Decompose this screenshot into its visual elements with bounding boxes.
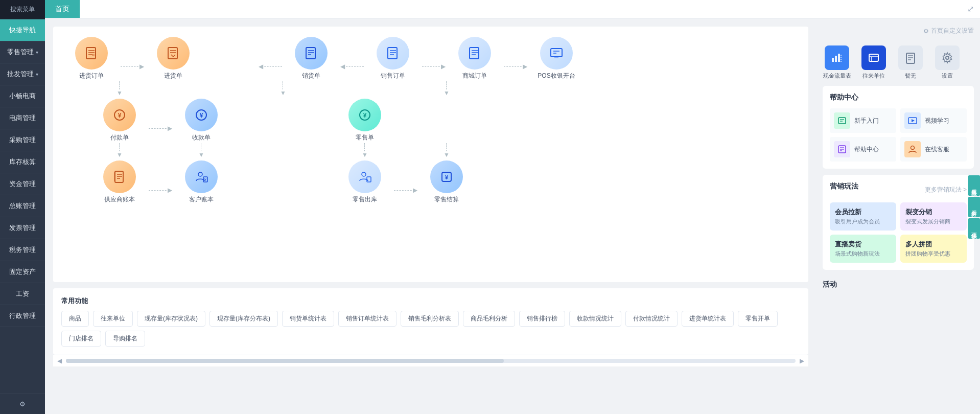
payment-icon: ¥ — [103, 99, 136, 131]
marketing-item-live[interactable]: 直播卖货 场景式购物新玩法 — [830, 235, 896, 263]
func-btn-purchase-stats[interactable]: 进货单统计表 — [682, 311, 734, 327]
help-item-video[interactable]: 视频学习 — [900, 108, 967, 133]
marketing-grid: 会员拉新 吸引用户成为会员 裂变分销 裂变式发展分销商 直播卖货 场景式购物新玩… — [830, 202, 967, 263]
counterparty-label: 往来单位 — [862, 72, 885, 80]
group-title: 多人拼团 — [905, 240, 962, 249]
marketing-item-group[interactable]: 多人拼团 拼团购物享受优惠 — [900, 235, 967, 263]
svg-rect-41 — [832, 58, 834, 62]
sidebar-item-admin[interactable]: 行政管理 — [0, 305, 45, 327]
sidebar-item-ledger[interactable]: 总账管理 — [0, 195, 45, 217]
sidebar-search[interactable]: 搜索菜单 — [0, 0, 45, 19]
sidebar-item-assets[interactable]: 固定资产 — [0, 261, 45, 283]
sidebar-item-quick-nav[interactable]: 快捷导航 — [0, 19, 45, 41]
help-item-online-cs[interactable]: 在线客服 — [900, 137, 967, 162]
quick-nav-counterparty[interactable]: 往来单位 — [859, 45, 888, 80]
marketing-item-member[interactable]: 会员拉新 吸引用户成为会员 — [830, 202, 896, 231]
svg-text:¥: ¥ — [204, 178, 206, 181]
arrow-6-7: ▶ — [503, 63, 528, 80]
sidebar-settings[interactable]: ⚙ — [0, 394, 45, 414]
customize-link[interactable]: ⚙ 首页自定义设置 — [923, 27, 974, 35]
flow-node-pos[interactable]: POS收银开台 — [528, 37, 585, 80]
flow-node-purchase-order[interactable]: 进货订单 — [63, 37, 120, 80]
flow-node-payment[interactable]: ¥ 付款单 — [91, 99, 148, 142]
flow-node-mall-order[interactable]: 商城订单 — [447, 37, 503, 80]
flow-node-retail[interactable]: ¥ 零售单 — [337, 99, 393, 142]
scroll-left-arrow[interactable]: ◀ — [57, 357, 62, 364]
flow-node-purchase[interactable]: 进货单 — [145, 37, 201, 80]
func-btn-stock-dist[interactable]: 现存量(库存分布表) — [209, 311, 278, 327]
float-btn-community[interactable]: 服务社区 — [968, 197, 980, 217]
sidebar-item-wholesale[interactable]: 批发管理 ▾ — [0, 63, 45, 85]
quick-nav-settings[interactable]: 设置 — [933, 45, 962, 80]
left-panel: 进货订单 ▶ — [45, 18, 816, 414]
func-btn-stock-status[interactable]: 现存量(库存状况表) — [137, 311, 205, 327]
receipt-label: 收款单 — [192, 133, 211, 142]
tab-home-label: 首页 — [55, 5, 69, 14]
func-btn-sales-order-stats[interactable]: 销售订单统计表 — [338, 311, 396, 327]
flow-row-1: 进货订单 ▶ — [63, 37, 798, 80]
tab-home[interactable]: 首页 — [45, 0, 80, 18]
flow-node-sales-order[interactable]: 销售订单 — [365, 37, 421, 80]
sidebar-item-ecom[interactable]: 电商管理 — [0, 107, 45, 129]
sidebar-item-retail[interactable]: 零售管理 ▾ — [0, 41, 45, 63]
flow-node-retail-out[interactable]: 零售出库 — [337, 160, 393, 204]
sidebar-item-label: 库存核算 — [9, 157, 36, 167]
func-btn-product[interactable]: 商品 — [61, 311, 89, 327]
sidebar-item-payroll[interactable]: 工资 — [0, 283, 45, 305]
flow-node-customer-book[interactable]: ¥ 客户账本 — [173, 160, 229, 204]
online-cs-icon — [904, 141, 921, 157]
func-btn-sales-margin[interactable]: 销售毛利分析表 — [401, 311, 459, 327]
scroll-right-arrow[interactable]: ▶ — [800, 357, 804, 364]
payment-label: 付款单 — [110, 133, 129, 142]
func-btn-sales-rank[interactable]: 销售排行榜 — [519, 311, 565, 327]
arrow-1-2: ▶ — [120, 63, 145, 80]
func-btn-retail-order[interactable]: 零售开单 — [738, 311, 778, 327]
sales-order-icon — [377, 37, 409, 70]
func-btn-counterparty[interactable]: 往来单位 — [93, 311, 133, 327]
purchase-icon — [157, 37, 190, 70]
func-btn-guide-rank[interactable]: 导购排名 — [105, 331, 145, 347]
sidebar-item-finance[interactable]: 资金管理 — [0, 173, 45, 195]
func-btn-product-margin[interactable]: 商品毛利分析 — [463, 311, 515, 327]
float-btn-desktop[interactable]: 桌面快捷 — [968, 218, 980, 239]
sidebar-item-purchase[interactable]: 采购管理 — [0, 129, 45, 151]
marketing-section: 营销玩法 更多营销玩法 > 会员拉新 吸引用户成为会员 裂变分销 裂变式发展分销… — [823, 175, 974, 270]
beginner-label: 新手入门 — [854, 117, 879, 125]
retail-label: 零售单 — [356, 133, 374, 142]
cashflow-icon-box — [825, 45, 849, 70]
supplier-book-label: 供应商账本 — [104, 195, 135, 204]
svg-rect-7 — [306, 48, 315, 59]
help-item-help-center[interactable]: 帮助中心 — [830, 137, 896, 162]
flow-node-retail-settle[interactable]: ¥ 零售结算 — [418, 160, 475, 204]
marketing-item-fission[interactable]: 裂变分销 裂变式发展分销商 — [900, 202, 967, 231]
quick-nav-cashflow[interactable]: 现金流量表 — [823, 45, 851, 80]
expand-icon[interactable]: ⤢ — [961, 0, 980, 18]
svg-rect-11 — [388, 48, 397, 59]
flow-node-supplier-book[interactable]: 供应商账本 — [91, 160, 148, 204]
help-center-label: 帮助中心 — [854, 145, 879, 154]
flow-node-sales[interactable]: 销货单 — [283, 37, 339, 80]
group-desc: 拼团购物享受优惠 — [905, 250, 962, 258]
svg-text:¥: ¥ — [200, 112, 203, 119]
quick-nav-none[interactable]: 暂无 — [896, 45, 925, 80]
sidebar-item-tax[interactable]: 税务管理 — [0, 239, 45, 261]
func-btn-sales-stats[interactable]: 销货单统计表 — [282, 311, 334, 327]
sidebar-item-ecom-small[interactable]: 小畅电商 — [0, 85, 45, 107]
help-item-beginner[interactable]: 新手入门 — [830, 108, 896, 133]
flow-card: 进货订单 ▶ — [53, 27, 808, 282]
video-label: 视频学习 — [925, 117, 949, 125]
float-btn-hotline[interactable]: 客服热线 — [968, 175, 980, 196]
sidebar-item-label: 总账管理 — [9, 201, 36, 211]
func-btn-receipt-stats[interactable]: 收款情况统计 — [569, 311, 621, 327]
more-marketing-link[interactable]: 更多营销玩法 > — [925, 186, 967, 194]
func-btn-payment-stats[interactable]: 付款情况统计 — [625, 311, 678, 327]
mall-order-icon — [458, 37, 491, 70]
sidebar-item-inventory[interactable]: 库存核算 — [0, 151, 45, 173]
func-btn-store-rank[interactable]: 门店排名 — [61, 331, 101, 347]
arrow-3-4: ◀ — [258, 63, 283, 80]
sidebar-item-invoice[interactable]: 发票管理 — [0, 217, 45, 239]
flow-node-receipt[interactable]: ¥ 收款单 — [173, 99, 229, 142]
scroll-track[interactable] — [66, 359, 796, 363]
svg-text:¥: ¥ — [363, 112, 367, 119]
gear-icon: ⚙ — [19, 400, 26, 408]
